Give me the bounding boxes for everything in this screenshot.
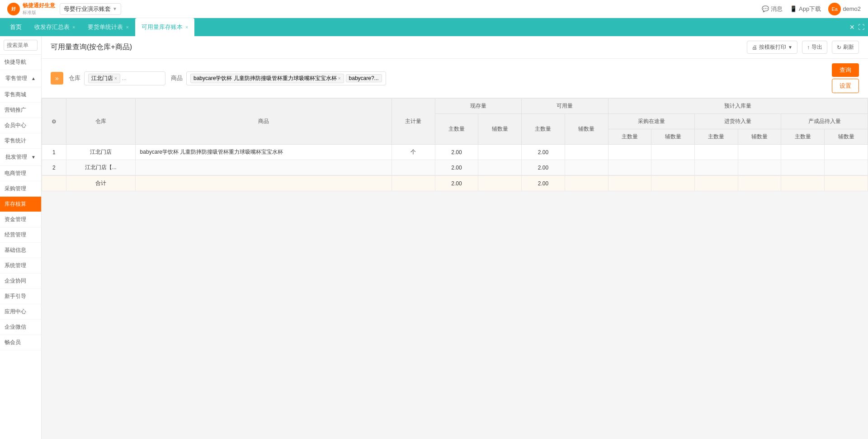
close-receive-tab[interactable]: × <box>72 24 75 30</box>
user-menu[interactable]: Ea demo2 <box>828 3 861 15</box>
close-all-btn[interactable]: × <box>849 23 854 32</box>
footer-empty3 <box>392 175 435 191</box>
row2-stock-aux <box>478 160 522 176</box>
product-tag-2: babycare?... <box>346 74 382 82</box>
th-avail-main: 主数量 <box>522 114 565 145</box>
th-settings: ⚙ <box>42 99 66 145</box>
filter-bar: » 仓库 江北门店 × ... 商品 babycare学饮杯 儿童防摔防撞吸管杯… <box>42 59 868 98</box>
phone-icon: 📱 <box>790 5 797 12</box>
row2-stock-main: 2.00 <box>435 160 478 176</box>
row2-avail-main: 2.00 <box>522 160 565 176</box>
row1-warehouse: 江北门店 <box>66 145 135 160</box>
footer-row: 合计 2.00 2.00 <box>42 175 868 191</box>
product-input[interactable]: babycare学饮杯 儿童防摔防撞吸管杯重力球吸嘴杯宝宝水杯 × babyca… <box>186 71 386 85</box>
row2-unit <box>392 160 435 176</box>
sidebar-item-purchase[interactable]: 采购管理 <box>0 181 41 197</box>
sidebar-item-retail-mall[interactable]: 零售商城 <box>0 87 41 103</box>
filter-buttons: 查询 设置 <box>832 63 859 93</box>
footer-in-main <box>694 175 738 191</box>
expand-btn[interactable]: ⛶ <box>858 24 864 31</box>
table-row: 2 江北门店【... 2.00 2.00 <box>42 160 868 176</box>
close-order-tab[interactable]: × <box>126 24 128 30</box>
sidebar-item-vip[interactable]: 畅会员 <box>0 335 41 350</box>
filter-toggle[interactable]: » <box>51 72 63 85</box>
query-btn[interactable]: 查询 <box>832 63 859 77</box>
refresh-btn[interactable]: ↻ 刷新 <box>832 41 859 54</box>
order-tab-label: 要货单统计表 <box>88 23 123 31</box>
row1-stock-main: 2.00 <box>435 145 478 160</box>
footer-empty1 <box>42 175 66 191</box>
row2-avail-aux <box>565 160 608 176</box>
search-input[interactable] <box>4 40 38 51</box>
sidebar-item-retail-mgmt[interactable]: 零售管理 ▲ <box>0 70 41 87</box>
logo-text: 畅捷通好生意 标准版 <box>23 2 55 16</box>
tab-receive[interactable]: 收发存汇总表 × <box>28 18 81 36</box>
sidebar-item-system[interactable]: 系统管理 <box>0 258 41 274</box>
th-product: 商品 <box>135 99 392 145</box>
row1-pur-main <box>608 145 651 160</box>
footer-in-aux <box>738 175 781 191</box>
sidebar-item-marketing[interactable]: 营销推广 <box>0 103 41 118</box>
page-header: 可用量查询(按仓库+商品) 🖨 按模板打印 ▼ ↑ 导出 ↻ 刷新 <box>42 36 868 59</box>
tab-home[interactable]: 首页 <box>4 18 28 36</box>
tab-order[interactable]: 要货单统计表 × <box>81 18 135 36</box>
sidebar-item-wechat[interactable]: 企业微信 <box>0 320 41 335</box>
row1-prod-main <box>781 145 825 160</box>
export-icon: ↑ <box>807 44 810 51</box>
tab-inventory[interactable]: 可用量库存账本 × <box>135 18 194 36</box>
filter-icon: » <box>55 75 59 82</box>
app-download-btn[interactable]: 📱 App下载 <box>790 5 821 13</box>
sidebar-item-enterprise[interactable]: 企业协同 <box>0 274 41 289</box>
row1-stock-aux <box>478 145 522 160</box>
footer-avail-aux <box>565 175 608 191</box>
th-warehouse: 仓库 <box>66 99 135 145</box>
row2-in-aux <box>738 160 781 176</box>
setting-btn[interactable]: 设置 <box>832 79 859 93</box>
sidebar-item-basic-info[interactable]: 基础信息 <box>0 243 41 258</box>
message-btn[interactable]: 💬 消息 <box>762 5 783 13</box>
warehouse-filter: 仓库 江北门店 × ... <box>69 71 165 85</box>
th-stock-main: 主数量 <box>435 114 478 145</box>
logo-icon: 好 <box>7 3 20 15</box>
page-actions: 🖨 按模板打印 ▼ ↑ 导出 ↻ 刷新 <box>747 41 859 54</box>
footer-label: 合计 <box>66 175 135 191</box>
close-inventory-tab[interactable]: × <box>185 24 188 30</box>
remove-warehouse-tag[interactable]: × <box>114 76 117 81</box>
sidebar-item-batch-mgmt[interactable]: 批发管理 ▼ <box>0 149 41 166</box>
row1-no: 1 <box>42 145 66 160</box>
row1-avail-main: 2.00 <box>522 145 565 160</box>
export-btn[interactable]: ↑ 导出 <box>802 41 827 54</box>
data-table: ⚙ 仓库 商品 主计量 现存量 <box>42 98 868 191</box>
row1-prod-aux <box>825 145 868 160</box>
warehouse-label: 仓库 <box>69 74 80 82</box>
refresh-icon: ↻ <box>837 44 841 51</box>
sidebar-item-quick-nav[interactable]: 快捷导航 <box>0 55 41 70</box>
nav-controls: × ⛶ <box>849 23 864 32</box>
top-bar-right: 💬 消息 📱 App下载 Ea demo2 <box>762 3 861 15</box>
sidebar-item-inventory-check[interactable]: 库存核算 <box>0 197 41 212</box>
row2-warehouse: 江北门店【... <box>66 160 135 176</box>
warehouse-more[interactable]: ... <box>122 75 127 81</box>
th-forecast: 预计入库量 <box>608 99 868 114</box>
footer-empty2 <box>135 175 392 191</box>
home-tab-label: 首页 <box>10 23 22 31</box>
nav-tabs: 首页 收发存汇总表 × 要货单统计表 × 可用量库存账本 × × ⛶ <box>0 18 868 36</box>
sidebar-item-operation[interactable]: 经营管理 <box>0 227 41 243</box>
page-title: 可用量查询(按仓库+商品) <box>51 42 132 52</box>
table-area: ⚙ 仓库 商品 主计量 现存量 <box>42 98 868 439</box>
sidebar-item-ecommerce[interactable]: 电商管理 <box>0 166 41 181</box>
print-chevron-icon: ▼ <box>788 45 793 50</box>
sidebar-item-newbie[interactable]: 新手引导 <box>0 289 41 304</box>
sidebar-item-finance[interactable]: 资金管理 <box>0 212 41 227</box>
sidebar-item-app-center[interactable]: 应用中心 <box>0 304 41 320</box>
warehouse-input[interactable]: 江北门店 × ... <box>84 71 165 85</box>
remove-product-tag-1[interactable]: × <box>338 76 341 81</box>
th-main-unit: 主计量 <box>392 99 435 145</box>
store-selector[interactable]: 母婴行业演示账套 ▼ <box>60 3 121 15</box>
sidebar-item-member[interactable]: 会员中心 <box>0 118 41 133</box>
row2-no: 2 <box>42 160 66 176</box>
footer-stock-aux <box>478 175 522 191</box>
print-btn[interactable]: 🖨 按模板打印 ▼ <box>747 41 797 54</box>
sidebar-item-retail-stats[interactable]: 零售统计 <box>0 133 41 149</box>
th-avail-aux: 辅数量 <box>565 114 608 145</box>
